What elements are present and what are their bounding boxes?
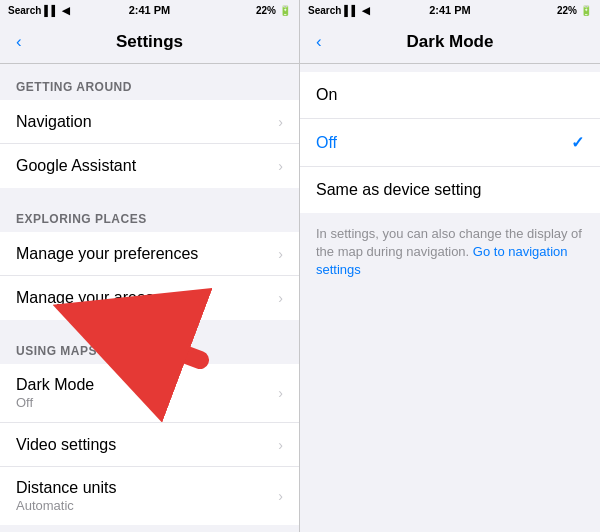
wifi-right: ◀	[362, 5, 370, 16]
battery-icon-left: 🔋	[279, 5, 291, 16]
settings-item-video-settings[interactable]: Video settings ›	[0, 423, 299, 467]
chevron-dark-mode: ›	[278, 385, 283, 401]
dark-mode-info-text: In settings, you can also change the dis…	[300, 213, 600, 292]
time-right: 2:41 PM	[429, 4, 471, 16]
dark-mode-option-on[interactable]: On	[300, 72, 600, 119]
right-status-left: 22% 🔋	[256, 5, 291, 16]
left-nav-bar: ‹ Settings	[0, 20, 299, 64]
dark-mode-scroll-area: On Off ✓ Same as device setting In setti…	[300, 64, 600, 532]
settings-item-dark-mode[interactable]: Dark Mode Off ›	[0, 364, 299, 423]
section-exploring-places: EXPLORING PLACES Manage your preferences…	[0, 196, 299, 320]
settings-item-distance-units-title: Distance units	[16, 479, 278, 497]
settings-item-dark-mode-title: Dark Mode	[16, 376, 278, 394]
right-status-right: 22% 🔋	[557, 5, 592, 16]
left-page-title: Settings	[60, 32, 239, 52]
search-label-left: Search	[8, 5, 41, 16]
settings-item-google-assistant-title: Google Assistant	[16, 157, 278, 175]
section-header-getting-around: GETTING AROUND	[0, 64, 299, 100]
settings-item-navigation-title: Navigation	[16, 113, 278, 131]
dark-mode-option-device-label: Same as device setting	[316, 181, 584, 199]
settings-item-video-settings-content: Video settings	[16, 436, 278, 454]
signal-left: ▌▌	[44, 5, 58, 16]
settings-item-manage-preferences-content: Manage your preferences	[16, 245, 278, 263]
settings-item-google-assistant[interactable]: Google Assistant ›	[0, 144, 299, 188]
settings-item-video-settings-title: Video settings	[16, 436, 278, 454]
dark-mode-option-off-label: Off	[316, 134, 571, 152]
right-nav-bar: ‹ Dark Mode	[300, 20, 600, 64]
settings-group-using-maps: Dark Mode Off › Video settings › Dista	[0, 364, 299, 525]
settings-item-navigation-content: Navigation	[16, 113, 278, 131]
settings-item-google-assistant-content: Google Assistant	[16, 157, 278, 175]
settings-item-manage-preferences-title: Manage your preferences	[16, 245, 278, 263]
section-using-maps: USING MAPS Dark Mode Off › Video setting…	[0, 328, 299, 525]
right-panel: Search ▌▌ ◀ 2:41 PM 22% 🔋 ‹ Dark Mode	[300, 0, 600, 532]
left-status-left: Search ▌▌ ◀	[8, 5, 70, 16]
chevron-navigation: ›	[278, 114, 283, 130]
right-status-left: Search ▌▌ ◀	[308, 5, 370, 16]
dark-mode-option-device[interactable]: Same as device setting	[300, 167, 600, 213]
right-status-bar: Search ▌▌ ◀ 2:41 PM 22% 🔋	[300, 0, 600, 20]
search-label-right: Search	[308, 5, 341, 16]
settings-item-manage-areas-title: Manage your areas	[16, 289, 278, 307]
settings-item-distance-units[interactable]: Distance units Automatic ›	[0, 467, 299, 525]
settings-item-distance-units-content: Distance units Automatic	[16, 479, 278, 513]
chevron-distance-units: ›	[278, 488, 283, 504]
section-getting-around: GETTING AROUND Navigation › Google Assis…	[0, 64, 299, 188]
settings-item-distance-units-subtitle: Automatic	[16, 498, 278, 513]
chevron-manage-areas: ›	[278, 290, 283, 306]
left-status-bar: Search ▌▌ ◀ 2:41 PM 22% 🔋	[0, 0, 299, 20]
dark-mode-options-group: On Off ✓ Same as device setting	[300, 72, 600, 213]
right-back-chevron: ‹	[316, 32, 322, 52]
right-back-button[interactable]: ‹	[316, 32, 352, 52]
settings-group-exploring-places: Manage your preferences › Manage your ar…	[0, 232, 299, 320]
chevron-google-assistant: ›	[278, 158, 283, 174]
section-header-using-maps: USING MAPS	[0, 328, 299, 364]
settings-item-dark-mode-content: Dark Mode Off	[16, 376, 278, 410]
settings-item-manage-preferences[interactable]: Manage your preferences ›	[0, 232, 299, 276]
settings-item-manage-areas[interactable]: Manage your areas ›	[0, 276, 299, 320]
right-page-title: Dark Mode	[360, 32, 540, 52]
battery-icon-right: 🔋	[580, 5, 592, 16]
settings-item-manage-areas-content: Manage your areas	[16, 289, 278, 307]
settings-scroll-area: GETTING AROUND Navigation › Google Assis…	[0, 64, 299, 532]
signal-right: ▌▌	[344, 5, 358, 16]
dark-mode-option-off[interactable]: Off ✓	[300, 119, 600, 167]
left-back-chevron: ‹	[16, 32, 22, 52]
time-left: 2:41 PM	[129, 4, 171, 16]
chevron-manage-preferences: ›	[278, 246, 283, 262]
settings-group-getting-around: Navigation › Google Assistant ›	[0, 100, 299, 188]
section-header-exploring-places: EXPLORING PLACES	[0, 196, 299, 232]
left-back-button[interactable]: ‹	[16, 32, 52, 52]
settings-item-navigation[interactable]: Navigation ›	[0, 100, 299, 144]
checkmark-icon: ✓	[571, 133, 584, 152]
battery-pct-left: 22%	[256, 5, 276, 16]
chevron-video-settings: ›	[278, 437, 283, 453]
dark-mode-option-on-label: On	[316, 86, 584, 104]
battery-pct-right: 22%	[557, 5, 577, 16]
wifi-left: ◀	[62, 5, 70, 16]
settings-item-dark-mode-subtitle: Off	[16, 395, 278, 410]
